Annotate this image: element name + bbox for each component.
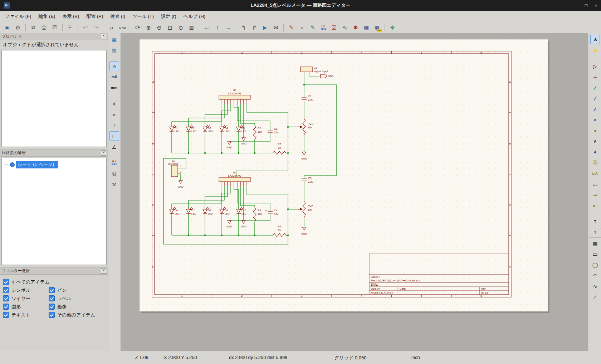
print-preview-button[interactable]: ⧉ bbox=[28, 23, 38, 32]
add-rectangle-button[interactable]: ▭ bbox=[590, 249, 600, 259]
wires-checkbox[interactable] bbox=[3, 295, 9, 301]
add-circle-button[interactable]: ◯ bbox=[590, 260, 600, 270]
add-wire-button[interactable]: ∕ bbox=[590, 83, 600, 93]
find-button[interactable]: ⌕ bbox=[107, 23, 117, 32]
hierarchy-root-item[interactable]: ルート (1 ページ) bbox=[2, 161, 106, 168]
minimize-button[interactable]: – bbox=[575, 3, 577, 8]
nav-back-button[interactable]: ← bbox=[202, 23, 212, 32]
mirror-view-button[interactable]: ⋈ bbox=[271, 23, 281, 32]
schematic-canvas[interactable]: 112233445566AABBCCDD D1LEDD2LEDD3LEDD4LE… bbox=[121, 33, 588, 351]
add-sheet-pin-button[interactable]: ⇤ bbox=[590, 201, 600, 211]
leave-sheet-button[interactable]: ↰ bbox=[239, 23, 249, 32]
filter-item-pins[interactable]: ピン bbox=[49, 287, 94, 294]
add-hier-label-button[interactable]: ▷A bbox=[590, 169, 600, 178]
panel-config-button[interactable]: ⚒ bbox=[109, 179, 119, 189]
zoom-out-button[interactable]: ⊖ bbox=[154, 23, 164, 32]
highlight-net-button[interactable]: ⚡ bbox=[590, 45, 600, 55]
hierarchy-navigator-button[interactable]: ↱ bbox=[249, 23, 259, 32]
save-button[interactable]: ▣ bbox=[2, 23, 12, 32]
menu-file[interactable]: ファイル (F) bbox=[1, 11, 35, 21]
filter-item-wires[interactable]: ワイヤー bbox=[3, 295, 49, 302]
next-sheet-button[interactable]: ▶ bbox=[260, 23, 270, 32]
add-bus-entry-button[interactable]: ∠ bbox=[590, 104, 600, 114]
filter-item-symbols[interactable]: シンボル bbox=[3, 287, 49, 294]
filter-item-graphics[interactable]: 図形 bbox=[3, 304, 49, 310]
add-no-connect-button[interactable]: ✕ bbox=[590, 115, 600, 125]
wire-free-angle-button[interactable]: ≀ bbox=[109, 120, 119, 130]
symbols-checkbox[interactable] bbox=[3, 287, 9, 293]
zoom-selection-button[interactable]: ⊠ bbox=[186, 23, 196, 32]
text-checkbox[interactable] bbox=[3, 312, 9, 318]
zoom-objects-button[interactable]: ⊙ bbox=[176, 23, 186, 32]
labels-checkbox[interactable] bbox=[49, 295, 55, 301]
add-netclass-button[interactable]: A bbox=[590, 147, 600, 157]
grid-overrides-button[interactable]: ▦ bbox=[109, 45, 119, 55]
add-junction-button[interactable]: ● bbox=[590, 126, 600, 136]
add-bezier-button[interactable]: ∿ bbox=[590, 281, 600, 291]
bug-button[interactable]: ⚉ bbox=[351, 23, 361, 32]
nav-up-button[interactable]: ↑ bbox=[212, 23, 223, 32]
other-items-checkbox[interactable] bbox=[49, 312, 55, 318]
plot-button[interactable]: ⎚ bbox=[50, 23, 60, 32]
filter-close-icon[interactable]: ✕ bbox=[101, 268, 106, 274]
menu-place[interactable]: 配置 (P) bbox=[83, 11, 107, 21]
units-inch-button[interactable]: in bbox=[109, 62, 119, 71]
all-items-checkbox[interactable] bbox=[3, 279, 9, 285]
wire-hv-angle-button[interactable]: ∟ bbox=[109, 131, 119, 141]
add-line-button[interactable]: ∕ bbox=[590, 292, 600, 302]
add-bus-button[interactable]: ∕ bbox=[590, 94, 600, 103]
print-button[interactable]: ⎙ bbox=[39, 23, 49, 32]
filter-item-text[interactable]: テキスト bbox=[3, 312, 49, 318]
filter-item-all-items[interactable]: すべてのアイテム bbox=[3, 279, 49, 285]
pins-checkbox[interactable] bbox=[49, 287, 55, 293]
erc-button[interactable]: ☑ bbox=[329, 23, 339, 32]
toggle-grid-button[interactable]: ▦ bbox=[109, 35, 119, 44]
schematic-editing-canvas[interactable]: 112233445566AABBCCDD D1LEDD2LEDD3LEDD4LE… bbox=[121, 33, 588, 351]
add-text-button[interactable]: T bbox=[590, 217, 600, 227]
menu-tools[interactable]: ツール (T) bbox=[129, 11, 157, 21]
menu-edit[interactable]: 編集 (E) bbox=[35, 11, 59, 21]
menu-view[interactable]: 表示 (V) bbox=[59, 11, 83, 21]
nav-forward-button[interactable]: → bbox=[223, 23, 233, 32]
filter-item-other-items[interactable]: その他のアイテム bbox=[49, 312, 94, 318]
bom-button[interactable]: ▦bom bbox=[372, 23, 382, 32]
filter-item-labels[interactable]: ラベル bbox=[49, 295, 94, 302]
undo-button[interactable]: ↶ bbox=[80, 23, 91, 32]
add-arc-button[interactable]: ◠ bbox=[590, 271, 600, 280]
fields-table-button[interactable]: ▦ bbox=[361, 23, 371, 32]
zoom-fit-button[interactable]: ⊡ bbox=[165, 23, 175, 32]
plugins-button[interactable]: ❖ bbox=[387, 23, 397, 32]
menu-preferences[interactable]: 設定 (r) bbox=[157, 11, 180, 21]
hierarchy-panel-button[interactable]: ⧉ bbox=[109, 169, 119, 178]
zoom-in-button[interactable]: ⊕ bbox=[143, 23, 153, 32]
add-symbol-button[interactable]: ▷ bbox=[590, 62, 600, 71]
add-power-button[interactable]: ⏚ bbox=[590, 72, 600, 82]
cursor-shape-button[interactable]: ✳ bbox=[109, 99, 119, 109]
maximize-button[interactable]: □ bbox=[585, 3, 588, 8]
units-mm-button[interactable]: mm bbox=[109, 83, 119, 93]
menu-help[interactable]: ヘルプ (H) bbox=[180, 11, 209, 21]
close-button[interactable]: × bbox=[595, 3, 597, 8]
filter-item-images[interactable]: 画像 bbox=[49, 304, 94, 310]
edit-fields-button[interactable]: ⌕ bbox=[297, 23, 307, 32]
hidden-pins-button[interactable]: ➤ bbox=[109, 110, 119, 119]
annotate-r-button[interactable]: R?R42 bbox=[318, 23, 328, 32]
show-annotations-button[interactable]: R?R42 bbox=[109, 158, 119, 168]
properties-close-icon[interactable]: ✕ bbox=[101, 34, 106, 39]
hierarchy-close-icon[interactable]: ✕ bbox=[101, 150, 106, 156]
add-table-button[interactable]: ▦ bbox=[590, 238, 600, 248]
images-checkbox[interactable] bbox=[49, 304, 55, 310]
page-settings-button[interactable]: ⚙ bbox=[13, 23, 23, 32]
select-button[interactable]: ➤ bbox=[590, 35, 600, 44]
find-replace-button[interactable]: ⌕AB bbox=[117, 23, 127, 32]
menu-inspect[interactable]: 検査 (I) bbox=[107, 11, 129, 21]
paste-button[interactable]: ⎘ bbox=[65, 23, 75, 32]
add-sheet-button[interactable]: ▭ bbox=[590, 179, 600, 189]
simulator-button[interactable]: ∿ bbox=[340, 23, 350, 32]
wire-45-angle-button[interactable]: ∠ bbox=[109, 142, 119, 152]
redo-button[interactable]: ↷ bbox=[91, 23, 101, 32]
add-global-label-button[interactable]: Ⓐ bbox=[590, 158, 600, 168]
graphics-checkbox[interactable] bbox=[3, 304, 9, 310]
annotate-button[interactable]: ✎ bbox=[286, 23, 296, 32]
import-sheet-pin-button[interactable]: ⇥ bbox=[590, 190, 600, 200]
